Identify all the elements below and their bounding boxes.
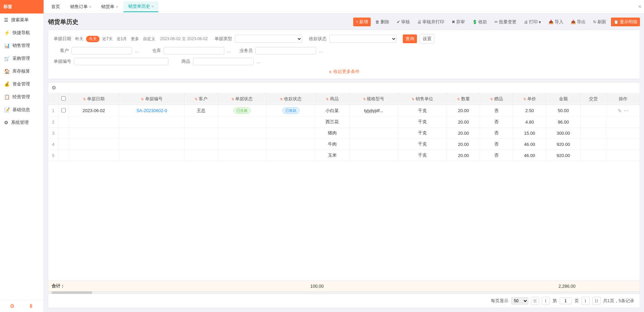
cell-checkbox[interactable] [58,128,68,139]
col-unit-price[interactable]: ⇅ 单价 [513,93,546,105]
edit-action-button[interactable]: ✎ [617,108,623,113]
col-goods[interactable]: ⇅ 商品 [315,93,349,105]
delete-button[interactable]: 🗑 删除 [373,18,392,26]
filter-row-2: 客户 ... 仓库 ... 业务员 ... [54,47,634,54]
sidebar-item-label: 快捷导航 [12,30,30,36]
doc-date-label: 单据日期 [54,36,71,42]
tab-sales-goods-close[interactable]: × [116,5,118,9]
goods-input[interactable] [193,58,254,65]
tab-sales-history-close[interactable]: × [151,4,153,8]
abandon-button[interactable]: ✖ 弃审 [449,18,468,26]
print-button[interactable]: 🖨 打印 ▾ [521,18,544,26]
doc-no-link[interactable]: SA-20230602-0 [136,108,167,113]
cell-transaction [581,116,607,128]
cell-doc-no[interactable]: SA-20230602-0 [119,105,185,116]
sidebar-item-purchase-mgmt[interactable]: 🛒 采购管理 [0,52,44,65]
print-icon: 🖨 [524,20,528,24]
settings-button[interactable]: 设置 [420,34,435,44]
sort-icon: ⇅ [412,97,414,101]
cell-checkbox[interactable] [58,105,68,116]
sales-rep-more-icon[interactable]: ... [319,48,323,53]
col-transaction[interactable]: 交货 [581,93,607,105]
date-shortcut-7days[interactable]: 近7天 [101,36,114,42]
tab-sales-order-close[interactable]: × [89,5,91,9]
sidebar-item-search-menu[interactable]: ☰ 搜索菜单 [0,14,44,26]
cell-num: 1 [48,105,58,116]
col-amount[interactable]: 金额 [546,93,581,105]
table-settings-icon[interactable]: ⚙ [52,85,56,91]
sidebar-item-basic-info[interactable]: 📝 基础信息 [0,103,44,116]
cell-unit-price: 4.80 [513,116,546,128]
total-trailing-spacer [576,284,636,289]
col-payment-status[interactable]: ⇅ 收款状态 [267,93,315,105]
cell-checkbox[interactable] [58,150,68,161]
customer-more-icon[interactable]: ... [135,48,139,53]
print-dropdown-icon: ▾ [539,20,541,25]
collapse-button[interactable]: ∧ 收起更多条件 [54,69,634,75]
cell-goods: 玉米 [315,150,349,161]
date-shortcut-1month[interactable]: 近1月 [115,36,129,42]
col-customer[interactable]: ⇅ 客户 [185,93,218,105]
batch-change-button[interactable]: ✏ 批量变更 [492,18,519,26]
col-gift[interactable]: ⇅ 赠品 [480,93,513,105]
sidebar-item-sys-mgmt[interactable]: ⚙ 系统管理 [0,116,44,129]
doc-no-input[interactable] [74,58,168,65]
table-container: ⚙ ⇅ 单据日期 ⇅ 单据编 [48,82,640,308]
col-actions: 操作 [607,93,640,105]
sales-rep-input[interactable] [255,47,316,54]
import-button[interactable]: 📥 导入 [546,18,566,26]
cell-checkbox[interactable] [58,116,68,128]
sidebar-settings-icon[interactable]: ⚙ [10,303,15,309]
tab-sales-goods[interactable]: 销货单 × [96,2,122,12]
tab-home[interactable]: 首页 [47,2,65,12]
col-checkbox[interactable] [58,93,68,105]
warehouse-more-icon[interactable]: ... [227,48,231,53]
sidebar-pause-icon[interactable]: ⏸ [28,303,34,309]
show-detail-button[interactable]: 📋 显示明细 [611,18,640,26]
date-shortcut-today[interactable]: 今天 [86,36,100,42]
page-next-button[interactable]: ⟩ [582,297,590,305]
sidebar-item-inventory[interactable]: 🏠 库存核算 [0,65,44,78]
add-button[interactable]: + 新增 [353,18,371,26]
sidebar-item-finance-mgmt[interactable]: 💰 资金管理 [0,78,44,90]
collect-button[interactable]: 💲 收款 [470,18,490,26]
table-row: 12023-06-02SA-20230602-0王总已生效已收款小白菜tyjyj… [48,105,640,116]
more-action-button[interactable]: ⋯ [623,108,629,113]
col-doc-no[interactable]: ⇅ 单据编号 [119,93,185,105]
sidebar-item-quick-nav[interactable]: ⚡ 快捷导航 [0,26,44,39]
row-checkbox[interactable] [61,108,66,112]
page-prev-button[interactable]: ⟨ [542,297,550,305]
col-spec[interactable]: ⇅ 规格型号 [349,93,398,105]
cell-doc-no [119,139,185,150]
tab-close-all-button[interactable]: × [638,4,641,10]
date-shortcut-yesterday[interactable]: 昨天 [74,36,85,42]
review-print-button[interactable]: 🖨 审核并打印 [415,18,447,26]
customer-input[interactable] [72,47,132,54]
doc-type-select[interactable] [235,35,302,43]
select-all-checkbox[interactable] [61,96,66,101]
payment-status-select[interactable] [329,35,397,43]
per-page-select[interactable]: 20 50 100 [511,297,528,305]
page-number-input[interactable] [560,297,572,304]
sidebar-item-sales-mgmt[interactable]: 📊 销售管理 [0,39,44,52]
page-last-button[interactable]: ⟩⟩ [592,297,600,305]
cell-checkbox[interactable] [58,139,68,150]
sidebar-item-ops-mgmt[interactable]: 📋 经营管理 [0,90,44,103]
horizontal-scrollbar[interactable] [48,291,640,294]
warehouse-input[interactable] [164,47,224,54]
query-button[interactable]: 查询 [403,34,417,43]
date-shortcut-more[interactable]: 更多 [130,36,140,42]
col-sales-unit[interactable]: ⇅ 销售单位 [398,93,447,105]
tab-sales-order[interactable]: 销售订单 × [65,2,96,12]
refresh-button[interactable]: ↻ 刷新 [590,18,609,26]
page-first-button[interactable]: ⟨⟨ [531,297,539,305]
cell-doc-date [68,128,119,139]
col-doc-status[interactable]: ⇅ 单据状态 [218,93,267,105]
col-quantity[interactable]: ⇅ 数量 [447,93,480,105]
goods-more-icon[interactable]: ... [256,59,260,64]
export-button[interactable]: 📤 导出 [568,18,588,26]
review-button[interactable]: ✔ 审核 [394,18,413,26]
col-doc-date[interactable]: ⇅ 单据日期 [68,93,119,105]
tab-sales-history[interactable]: 销货单历史 × [123,1,158,12]
date-shortcut-custom[interactable]: 自定义 [142,36,157,42]
